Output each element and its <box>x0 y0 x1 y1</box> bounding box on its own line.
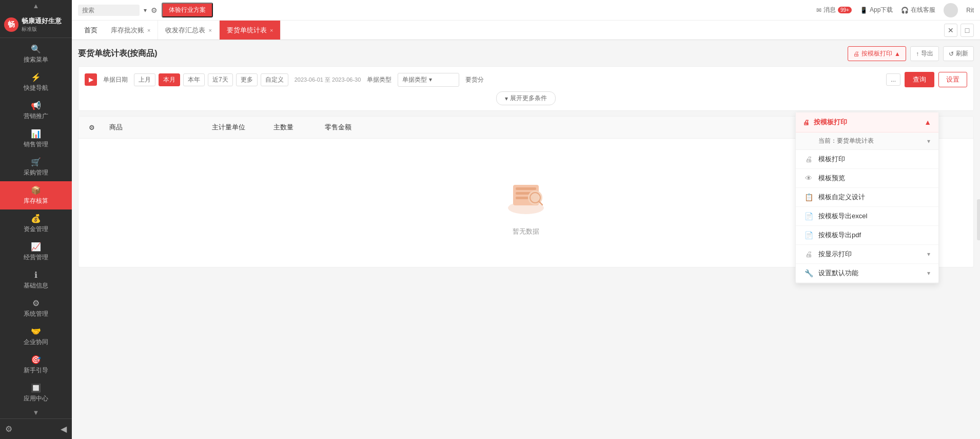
tab-order-stats[interactable]: 要货单统计表 × <box>220 21 281 40</box>
page-actions: 🖨 按模板打印 ▲ ↑ 导出 ↺ 刷新 <box>848 46 974 61</box>
sidebar-scroll-down[interactable]: ▼ <box>0 407 72 418</box>
quick-nav-icon: ⚡ <box>31 72 41 82</box>
category-filter-label: 要货分 <box>465 75 484 84</box>
dropdown-default-func[interactable]: 🔧 设置默认功能 ▾ <box>796 264 938 283</box>
date-btn-more[interactable]: 更多 <box>236 73 258 86</box>
th-settings[interactable]: ⚙ <box>85 122 105 133</box>
select-dropdown-icon: ▾ <box>429 76 432 83</box>
date-btn-last-month[interactable]: 上月 <box>134 73 155 86</box>
inventory-icon: 📦 <box>31 185 41 195</box>
tab-close-inventory-batch[interactable]: × <box>147 27 150 33</box>
dropdown-template-design[interactable]: 📋 模板自定义设计 <box>796 188 938 207</box>
filter-expand-icon[interactable]: ▶ <box>85 73 97 86</box>
tab-close-income-summary[interactable]: × <box>208 27 211 33</box>
collapse-icon[interactable]: ◀ <box>61 424 67 434</box>
filter-expand-row: ▾ 展开更多条件 <box>85 91 967 105</box>
date-filter-label: 单据日期 <box>103 75 128 84</box>
sidebar-item-marketing[interactable]: 📢 营销推广 <box>0 97 72 125</box>
dropdown-export-pdf[interactable]: 📄 按模板导出pdf <box>796 226 938 245</box>
promo-button[interactable]: 体验行业方案 <box>162 3 213 17</box>
date-range-display: 2023-06-01 至 2023-06-30 <box>295 76 361 84</box>
search-input[interactable] <box>78 5 140 16</box>
sidebar: ▲ 畅 畅康通好生意 标准版 🔍 搜索菜单 ⚡ 快捷导航 📢 营销推广 📊 销售… <box>0 0 72 439</box>
dropdown-template-print[interactable]: 🖨 模板打印 <box>796 150 938 169</box>
export-icon: ↑ <box>916 50 919 58</box>
sidebar-item-basic[interactable]: ℹ 基础信息 <box>0 266 72 294</box>
export-button[interactable]: ↑ 导出 <box>910 46 939 61</box>
more-options-button[interactable]: ... <box>886 73 900 86</box>
date-filter-group: 上月 本月 本年 近7天 更多 自定义 <box>134 73 288 86</box>
print-header-icon: 🖨 <box>803 119 810 126</box>
topbar-gear-icon[interactable]: ⚙ <box>151 6 158 14</box>
user-name[interactable]: Rit <box>966 7 974 14</box>
refresh-button[interactable]: ↺ 刷新 <box>943 46 974 61</box>
svg-rect-2 <box>516 187 536 190</box>
dropdown-current-template[interactable]: 当前：要货单统计表 ▾ <box>796 132 938 150</box>
sidebar-item-appstore[interactable]: 🔲 应用中心 <box>0 379 72 407</box>
app-download-item[interactable]: 📱 App下载 <box>860 6 893 14</box>
tab-close-order-stats[interactable]: × <box>270 27 273 33</box>
tab-close-all-button[interactable]: ✕ <box>944 24 957 37</box>
sidebar-item-operations[interactable]: 📈 经营管理 <box>0 238 72 266</box>
date-btn-custom[interactable]: 自定义 <box>261 73 288 86</box>
basic-icon: ℹ <box>34 270 37 280</box>
page-content: 要货单统计表(按商品) 🖨 按模板打印 ▲ ↑ 导出 ↺ 刷新 <box>72 40 980 439</box>
print-icon: 🖨 <box>853 50 859 58</box>
sidebar-item-finance[interactable]: 💰 资金管理 <box>0 209 72 238</box>
settings-button[interactable]: 设置 <box>938 72 967 87</box>
print-dropdown-header[interactable]: 🖨 按模板打印 ▲ <box>796 112 938 132</box>
tabs-actions: ✕ □ <box>944 24 974 37</box>
date-btn-this-year[interactable]: 本年 <box>183 73 205 86</box>
app-logo-text: 畅康通好生意 标准版 <box>22 17 62 32</box>
topbar: ▾ ⚙ 体验行业方案 ✉ 消息 99+ 📱 App下载 🎧 在线客服 Rit <box>72 0 980 21</box>
topbar-dropdown-icon[interactable]: ▾ <box>144 7 147 14</box>
dropdown-export-excel[interactable]: 📄 按模板导出excel <box>796 207 938 226</box>
print-dropdown-close-icon[interactable]: ▲ <box>924 118 931 126</box>
sidebar-bottom: ⚙ ◀ <box>0 418 72 439</box>
messages-item[interactable]: ✉ 消息 99+ <box>816 6 852 14</box>
date-btn-7days[interactable]: 近7天 <box>208 73 233 86</box>
print-dropdown-toggle-icon: ▲ <box>894 50 900 58</box>
th-retail-amount: 零售金额 <box>321 121 372 134</box>
settings-bottom-icon[interactable]: ⚙ <box>5 424 12 434</box>
sidebar-logo: 畅 畅康通好生意 标准版 <box>0 12 72 38</box>
sidebar-item-search[interactable]: 🔍 搜索菜单 <box>0 40 72 68</box>
date-btn-this-month[interactable]: 本月 <box>159 73 180 86</box>
template-preview-icon: 👁 <box>804 174 813 182</box>
default-func-icon: 🔧 <box>804 269 813 277</box>
dropdown-template-preview[interactable]: 👁 模板预览 <box>796 169 938 188</box>
print-template-button[interactable]: 🖨 按模板打印 ▲ <box>848 46 906 61</box>
sales-icon: 📊 <box>31 129 41 139</box>
enterprise-icon: 🤝 <box>31 327 41 336</box>
tab-maximize-button[interactable]: □ <box>961 24 974 37</box>
sidebar-item-purchase[interactable]: 🛒 采购管理 <box>0 153 72 181</box>
empty-illustration <box>500 169 552 221</box>
finance-icon: 💰 <box>31 214 41 223</box>
expand-more-conditions-button[interactable]: ▾ 展开更多条件 <box>496 91 556 105</box>
tab-home[interactable]: 首页 <box>78 26 104 35</box>
expand-chevron-icon: ▾ <box>505 95 508 102</box>
messages-badge: 99+ <box>838 7 852 13</box>
sidebar-item-sales[interactable]: 📊 销售管理 <box>0 125 72 153</box>
appstore-icon: 🔲 <box>31 383 41 393</box>
sidebar-item-inventory[interactable]: 📦 库存核算 <box>0 181 72 209</box>
sidebar-item-guide[interactable]: 🎯 新手引导 <box>0 351 72 379</box>
type-filter-label: 单据类型 <box>367 75 391 84</box>
export-excel-icon: 📄 <box>804 212 813 220</box>
sidebar-item-system[interactable]: ⚙ 系统管理 <box>0 294 72 322</box>
dropdown-display-print[interactable]: 🖨 按显示打印 ▾ <box>796 245 938 264</box>
right-scroll-handle[interactable] <box>977 199 980 240</box>
sidebar-item-quick-nav[interactable]: ⚡ 快捷导航 <box>0 68 72 97</box>
tab-inventory-batch[interactable]: 库存批次账 × <box>104 21 158 40</box>
sidebar-scroll-up[interactable]: ▲ <box>0 0 72 12</box>
online-support-item[interactable]: 🎧 在线客服 <box>901 6 935 14</box>
type-filter-select[interactable]: 单据类型 ▾ <box>398 73 459 87</box>
th-product: 商品 <box>105 121 208 134</box>
default-func-arrow-icon: ▾ <box>927 270 930 277</box>
svg-rect-3 <box>516 192 531 195</box>
empty-text: 暂无数据 <box>513 227 539 236</box>
column-settings-icon[interactable]: ⚙ <box>89 124 95 131</box>
tab-income-summary[interactable]: 收发存汇总表 × <box>158 21 219 40</box>
query-button[interactable]: 查询 <box>905 72 934 87</box>
sidebar-item-enterprise[interactable]: 🤝 企业协同 <box>0 322 72 351</box>
